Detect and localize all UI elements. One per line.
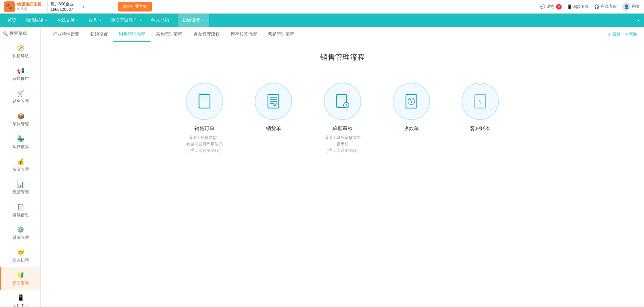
tab-home[interactable]: 首页 — [3, 14, 21, 27]
tab-invite[interactable]: 邀请下游客户 × — [106, 14, 146, 27]
svg-rect-0 — [199, 95, 210, 108]
process-circle-receipt: ¥ — [393, 83, 430, 120]
process-step-ledger: ¥ 客户账本 — [453, 83, 507, 135]
process-content: 销售管理流程 销售订单 适用于分批发货、有合同发货周期较长（ — [41, 42, 644, 307]
sidebar-item-sales[interactable]: 🛒 销售管理 — [0, 86, 40, 108]
help-link[interactable]: ⊙ 帮助 — [625, 32, 637, 37]
store-icon: 🏪 — [17, 135, 24, 143]
tab-opening[interactable]: 往来期初 × — [147, 14, 178, 27]
user-selector[interactable]: 用户690企业1660120507 ▾ — [47, 0, 115, 14]
sidebar-label-quick-nav: 快捷导航 — [13, 53, 29, 59]
logo: 🐾 畅捷通好生意 标准版 — [4, 1, 45, 12]
ledger-icon: ¥ — [471, 93, 489, 110]
logo-icon: 🐾 — [4, 1, 15, 12]
tab-payment[interactable]: 在线支付 × — [52, 14, 83, 27]
subtab-sales-flow-label: 销售管理流程 — [119, 31, 145, 37]
svg-rect-4 — [198, 94, 210, 108]
sidebar-item-marketing[interactable]: 📢 营销推广 — [0, 63, 40, 86]
close-icon[interactable]: × — [139, 18, 141, 22]
sidebar-label-app-center: 应用中心 — [13, 303, 29, 307]
sidebar-item-enterprise[interactable]: 🤝 企业协同 — [0, 245, 40, 267]
process-circle-review — [324, 83, 361, 120]
sidebar-item-purchase[interactable]: 📦 采购管理 — [0, 108, 40, 131]
tab-home-label: 首页 — [7, 17, 16, 23]
subtab-purchase-flow[interactable]: 采购管理流程 — [151, 27, 188, 42]
sidebar: 🔍 搜索菜单 🧭 快捷导航 📢 营销推广 🛒 销售管理 📦 采购管理 🏪 库存核… — [0, 27, 41, 307]
process-step-delivery: 销货单 — [246, 83, 300, 135]
subtab-sales-flow[interactable]: 销售管理流程 — [113, 27, 151, 42]
close-all-tabs[interactable]: × — [633, 14, 644, 27]
delivery-order-icon — [265, 93, 282, 110]
sidebar-item-system[interactable]: ⚙️ 系统管理 — [0, 222, 40, 245]
top-bar-right: 💬 消息 6 📱 App下载 🎧 在线客服 👤 用友 — [540, 3, 640, 11]
user-profile[interactable]: 👤 用友 — [622, 3, 640, 11]
subtab-marketing-flow[interactable]: 营销管理流程 — [262, 27, 300, 42]
process-circle-delivery — [255, 83, 292, 120]
download-icon: 📱 — [567, 4, 572, 9]
subtab-inventory-flow[interactable]: 库存核算流程 — [225, 27, 262, 42]
tab-initial-setup[interactable]: 初始设置 × — [178, 14, 209, 27]
user-name: 用友 — [632, 4, 640, 9]
close-icon[interactable]: × — [171, 18, 173, 22]
message-button[interactable]: 💬 消息 6 — [540, 4, 562, 9]
search-label: 搜索菜单 — [9, 30, 27, 37]
tab-initial-label: 初始设置 — [182, 17, 200, 23]
message-icon: 💬 — [540, 4, 545, 9]
clipboard-icon: 📋 — [17, 203, 24, 211]
sidebar-label-purchase: 采购管理 — [13, 121, 29, 127]
process-step-receipt: ¥ 收款单 — [384, 83, 438, 135]
subtab-finance-flow[interactable]: 资金管理流程 — [188, 27, 225, 42]
close-icon[interactable]: × — [202, 18, 204, 22]
tab-logistics-label: 物流快递 — [26, 17, 43, 23]
sidebar-item-operations[interactable]: 📊 经营管理 — [0, 177, 40, 199]
mobile-icon: 📱 — [17, 294, 24, 302]
user-selector-label: 用户690企业1660120507 — [51, 1, 80, 12]
process-step-review: 单据审核 适用于财务审核或主管审核（注：非必要流程） — [315, 83, 370, 154]
sidebar-item-basic-info[interactable]: 📋 基础信息 — [0, 199, 40, 222]
sidebar-label-marketing: 营销推广 — [13, 76, 29, 82]
megaphone-icon: 📢 — [17, 67, 24, 75]
close-icon[interactable]: × — [77, 18, 79, 22]
subtab-initial[interactable]: 初始设置 — [85, 27, 113, 42]
video-link[interactable]: ⊙ 视频 — [608, 32, 620, 37]
sidebar-label-operations: 经营管理 — [13, 189, 29, 195]
process-circle-sales-order — [186, 83, 223, 120]
logo-text: 畅捷通好生意 — [17, 2, 41, 7]
sidebar-item-quick-nav[interactable]: 🧭 快捷导航 — [0, 40, 40, 63]
main-layout: 🔍 搜索菜单 🧭 快捷导航 📢 营销推广 🛒 销售管理 📦 采购管理 🏪 库存核… — [0, 27, 644, 307]
box-icon: 📦 — [17, 112, 24, 120]
sidebar-label-guide: 新手引导 — [13, 280, 29, 286]
review-label: 单据审核 — [332, 125, 353, 132]
close-icon[interactable]: × — [99, 18, 101, 22]
subtab-inventory-flow-label: 库存核算流程 — [231, 31, 257, 37]
subtab-industry[interactable]: 行业特性设置 — [47, 27, 85, 42]
tab-opening-label: 往来期初 — [151, 17, 169, 23]
search-menu[interactable]: 🔍 搜索菜单 — [0, 27, 40, 40]
arrow-4: --→ — [438, 98, 453, 106]
handshake-icon: 🤝 — [17, 249, 24, 256]
tab-account[interactable]: 账号 × — [84, 14, 106, 27]
gear-icon: ⚙️ — [17, 226, 24, 233]
sidebar-item-inventory[interactable]: 🏪 库存核算 — [0, 131, 40, 154]
online-service-button[interactable]: 🎧 在线客服 — [594, 4, 617, 9]
sidebar-item-app-center[interactable]: 📱 应用中心 — [0, 290, 40, 307]
sidebar-label-sales: 销售管理 — [13, 99, 29, 104]
search-icon: 🔍 — [3, 31, 8, 36]
message-label: 消息 — [547, 4, 555, 9]
close-icon[interactable]: × — [45, 18, 47, 22]
arrow-1: --→ — [232, 98, 246, 106]
sidebar-label-inventory: 库存核算 — [13, 144, 29, 150]
sidebar-label-system: 系统管理 — [13, 235, 29, 241]
content-area: 行业特性设置 初始设置 销售管理流程 采购管理流程 资金管理流程 库存核算流程 … — [41, 27, 644, 307]
chevron-down-icon: ▾ — [82, 4, 112, 9]
sidebar-item-finance[interactable]: 💰 资金管理 — [0, 154, 40, 177]
logo-sub: 标准版 — [17, 7, 41, 12]
top-bar: 🐾 畅捷通好生意 标准版 用户690企业1660120507 ▾ 体验行业方案 … — [0, 0, 644, 14]
tab-logistics[interactable]: 物流快递 × — [21, 14, 52, 27]
app-download-button[interactable]: 📱 App下载 — [567, 4, 589, 9]
money-icon: 💰 — [17, 158, 24, 165]
trial-button[interactable]: 体验行业方案 — [118, 2, 152, 12]
tab-account-label: 账号 — [89, 17, 97, 23]
sidebar-item-guide[interactable]: 🔰 新手引导 — [0, 267, 40, 290]
sales-order-label: 销售订单 — [194, 125, 215, 132]
